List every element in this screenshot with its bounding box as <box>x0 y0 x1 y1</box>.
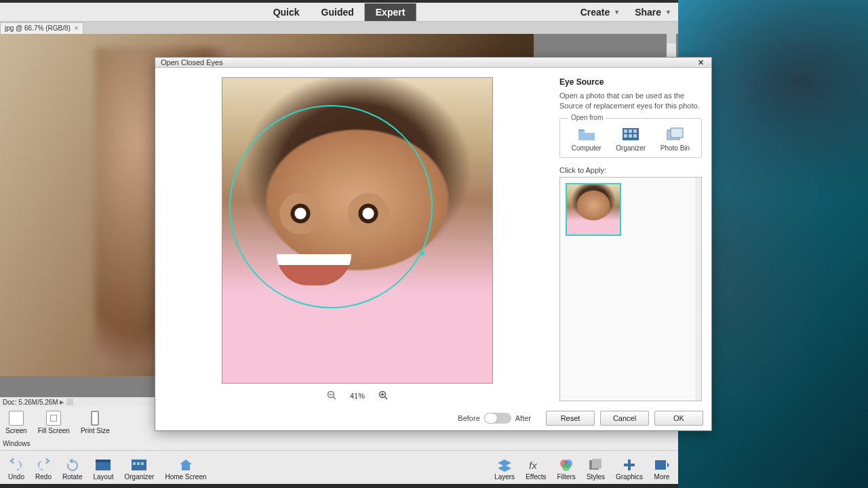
reset-button[interactable]: Reset <box>546 411 595 426</box>
svg-rect-28 <box>671 128 683 138</box>
zoom-in-button[interactable] <box>378 390 388 401</box>
click-to-apply-label: Click to Apply: <box>559 166 702 174</box>
thumbnail-scrollbar[interactable] <box>695 178 701 401</box>
organizer-icon <box>131 458 147 472</box>
scroll-up-button[interactable] <box>667 34 676 43</box>
open-from-photobin[interactable]: Photo Bin <box>660 127 690 152</box>
open-closed-eyes-dialog: Open Closed Eyes ✕ 41% Eye Source Open a <box>155 57 712 431</box>
after-label: After <box>515 414 531 422</box>
organizer-button[interactable]: Organizer <box>119 457 160 482</box>
open-from-legend: Open from <box>568 114 606 121</box>
view-fill-label: Fill Screen <box>38 427 70 434</box>
effects-button[interactable]: fx Effects <box>520 457 551 482</box>
doc-size-label: Doc: 5.26M/5.26M <box>3 399 58 406</box>
zoom-out-button[interactable] <box>327 390 336 401</box>
svg-line-17 <box>385 397 388 400</box>
home-button[interactable]: Home Screen <box>159 457 212 482</box>
create-menu[interactable]: Create ▼ <box>580 7 620 18</box>
bottom-strip <box>0 484 678 488</box>
view-print-size[interactable]: Print Size <box>77 409 114 436</box>
view-screen-label: Screen <box>5 427 27 434</box>
svg-rect-4 <box>137 462 140 465</box>
document-tab[interactable]: jpg @ 66.7% (RGB/8) × <box>0 22 83 34</box>
source-thumbnail[interactable] <box>566 183 621 236</box>
layers-button[interactable]: Layers <box>489 457 520 482</box>
zoom-controls: 41% <box>327 390 388 401</box>
layout-button[interactable]: Layout <box>87 457 119 482</box>
svg-rect-5 <box>141 462 144 465</box>
tab-guided[interactable]: Guided <box>311 3 365 21</box>
photo-bin-icon <box>665 127 684 142</box>
print-size-icon <box>91 411 99 426</box>
effects-icon: fx <box>528 458 544 472</box>
fill-screen-icon <box>46 411 61 426</box>
screen-icon <box>9 411 24 426</box>
cancel-button[interactable]: Cancel <box>600 411 649 426</box>
face-detection-circle[interactable] <box>229 105 433 308</box>
layers-icon <box>496 458 513 472</box>
undo-button[interactable]: Undo <box>3 457 30 482</box>
folder-icon <box>577 127 596 142</box>
svg-rect-12 <box>655 460 666 470</box>
chevron-down-icon: ▼ <box>614 9 620 16</box>
bottom-toolbar: Undo Redo Rotate Layout Organizer Home S… <box>0 450 678 488</box>
dialog-titlebar[interactable]: Open Closed Eyes ✕ <box>155 58 711 68</box>
svg-rect-11 <box>592 459 601 468</box>
filters-icon <box>558 458 574 472</box>
resize-handle[interactable] <box>420 251 425 256</box>
home-icon <box>178 458 194 472</box>
scroll-left-button[interactable] <box>66 399 73 405</box>
eye-source-heading: Eye Source <box>559 77 702 87</box>
zoom-level: 41% <box>350 392 365 400</box>
svg-point-9 <box>562 463 570 471</box>
svg-rect-23 <box>633 129 637 133</box>
windows-row[interactable]: Windows <box>0 439 678 450</box>
rotate-button[interactable]: Rotate <box>57 457 87 482</box>
more-icon <box>654 458 670 472</box>
view-print-label: Print Size <box>81 427 110 434</box>
dialog-title: Open Closed Eyes <box>161 58 223 66</box>
tab-quick[interactable]: Quick <box>262 3 311 21</box>
before-label: Before <box>458 414 479 422</box>
mode-tabs: Quick Guided Expert <box>262 3 416 21</box>
svg-line-14 <box>333 397 336 400</box>
svg-text:fx: fx <box>529 460 537 471</box>
open-from-group: Open from Computer Organizer Photo Bin <box>559 118 702 158</box>
share-menu[interactable]: Share ▼ <box>635 7 671 18</box>
tab-expert[interactable]: Expert <box>365 3 416 21</box>
eye-source-description: Open a photo that can be used as the Sou… <box>559 91 702 111</box>
redo-icon <box>35 458 52 472</box>
rotate-icon <box>64 458 81 472</box>
styles-button[interactable]: Styles <box>581 457 610 482</box>
plus-icon <box>621 458 637 472</box>
more-button[interactable]: More <box>648 457 675 482</box>
preview-image[interactable] <box>222 77 493 384</box>
view-fill-screen[interactable]: Fill Screen <box>34 409 74 436</box>
styles-icon <box>587 458 604 472</box>
menubar: Quick Guided Expert Create ▼ Share ▼ <box>0 3 678 22</box>
open-from-computer[interactable]: Computer <box>572 127 601 152</box>
document-tab-label: jpg @ 66.7% (RGB/8) <box>5 24 71 32</box>
undo-icon <box>8 458 24 472</box>
chevron-right-icon[interactable]: ▶ <box>60 399 64 405</box>
svg-rect-22 <box>629 129 632 133</box>
ok-button[interactable]: OK <box>654 411 703 426</box>
chevron-down-icon: ▼ <box>665 9 671 16</box>
svg-rect-26 <box>633 134 637 138</box>
svg-rect-25 <box>629 134 632 138</box>
svg-rect-1 <box>96 460 111 462</box>
close-button[interactable]: ✕ <box>695 58 706 67</box>
graphics-button[interactable]: Graphics <box>610 457 648 482</box>
open-from-organizer[interactable]: Organizer <box>616 127 646 152</box>
svg-rect-24 <box>624 134 627 138</box>
view-screen[interactable]: Screen <box>1 409 31 436</box>
close-icon[interactable]: × <box>75 24 79 32</box>
filters-button[interactable]: Filters <box>552 457 581 482</box>
redo-button[interactable]: Redo <box>30 457 57 482</box>
before-after-toggle[interactable] <box>484 413 511 424</box>
source-thumbnails <box>559 177 702 401</box>
grid-icon <box>621 127 640 142</box>
layout-icon <box>95 458 111 472</box>
share-label: Share <box>635 7 661 18</box>
preview-pane: 41% <box>165 77 550 401</box>
